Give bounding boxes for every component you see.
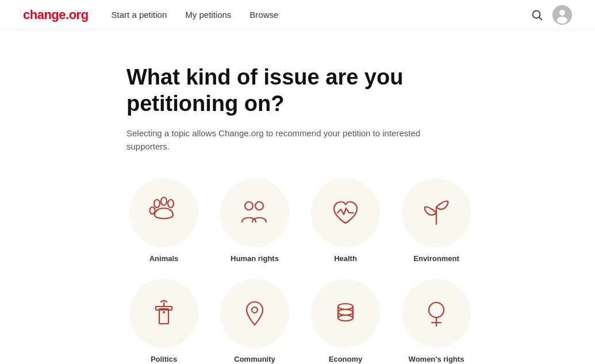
topic-human-rights-circle [220, 178, 289, 247]
svg-point-16 [338, 304, 353, 309]
svg-point-23 [429, 302, 444, 317]
people-icon [237, 196, 272, 230]
topic-health-circle [311, 178, 380, 247]
location-icon [237, 296, 272, 331]
topic-womens-rights[interactable]: Women's rights [399, 279, 474, 363]
svg-point-0 [533, 10, 540, 18]
leaf-icon [419, 196, 454, 230]
svg-point-8 [150, 207, 155, 214]
venus-icon [419, 296, 454, 331]
user-avatar[interactable] [552, 5, 572, 25]
main-nav: Start a petition My petitions Browse [112, 10, 531, 20]
topic-community-circle [220, 279, 289, 348]
svg-point-17 [338, 309, 353, 315]
svg-point-3 [559, 10, 565, 16]
topic-womens-rights-label: Women's rights [409, 355, 465, 363]
topic-economy-label: Economy [329, 355, 363, 363]
topic-economy[interactable]: Economy [308, 279, 383, 363]
nav-my-petitions[interactable]: My petitions [185, 10, 231, 20]
topic-economy-circle [311, 279, 380, 348]
page-title: What kind of issue are you petitioning o… [126, 64, 437, 117]
search-icon [531, 9, 543, 21]
paw-icon [147, 196, 181, 230]
search-button[interactable] [531, 9, 543, 21]
svg-point-14 [163, 311, 165, 313]
topics-grid: Animals Human rights [126, 178, 483, 363]
svg-line-1 [539, 17, 542, 20]
topic-womens-rights-circle [402, 279, 471, 348]
topic-politics[interactable]: Politics [126, 279, 201, 363]
coins-icon [328, 296, 363, 331]
svg-point-15 [252, 307, 258, 313]
topic-environment-circle [402, 178, 471, 247]
site-logo[interactable]: change.org [23, 7, 89, 22]
svg-point-5 [154, 200, 160, 208]
svg-point-20 [338, 315, 353, 321]
svg-point-4 [557, 17, 567, 24]
topic-animals-label: Animals [149, 254, 179, 263]
svg-point-7 [168, 200, 174, 208]
topic-human-rights[interactable]: Human rights [217, 178, 292, 263]
topic-animals[interactable]: Animals [126, 178, 201, 263]
topic-environment-label: Environment [413, 254, 459, 263]
topic-human-rights-label: Human rights [231, 254, 279, 263]
avatar-icon [552, 5, 572, 25]
podium-icon [147, 296, 181, 331]
topic-health-label: Health [334, 254, 357, 263]
page-subtitle: Selecting a topic allows Change.org to r… [126, 127, 448, 153]
topic-community[interactable]: Community [217, 279, 292, 363]
topic-politics-label: Politics [151, 355, 177, 363]
header-actions [531, 5, 572, 25]
topic-community-label: Community [234, 355, 275, 363]
heart-pulse-icon [328, 196, 363, 230]
nav-start-petition[interactable]: Start a petition [112, 10, 167, 20]
topic-health[interactable]: Health [308, 178, 383, 263]
nav-browse[interactable]: Browse [249, 10, 278, 20]
svg-point-10 [255, 202, 263, 210]
svg-point-9 [245, 202, 253, 210]
topic-politics-circle [129, 279, 198, 348]
site-header: change.org Start a petition My petitions… [0, 0, 595, 30]
topic-environment[interactable]: Environment [399, 178, 474, 263]
main-content: What kind of issue are you petitioning o… [0, 30, 595, 364]
topic-animals-circle [129, 178, 198, 247]
svg-point-6 [161, 197, 167, 205]
svg-rect-11 [159, 309, 168, 324]
